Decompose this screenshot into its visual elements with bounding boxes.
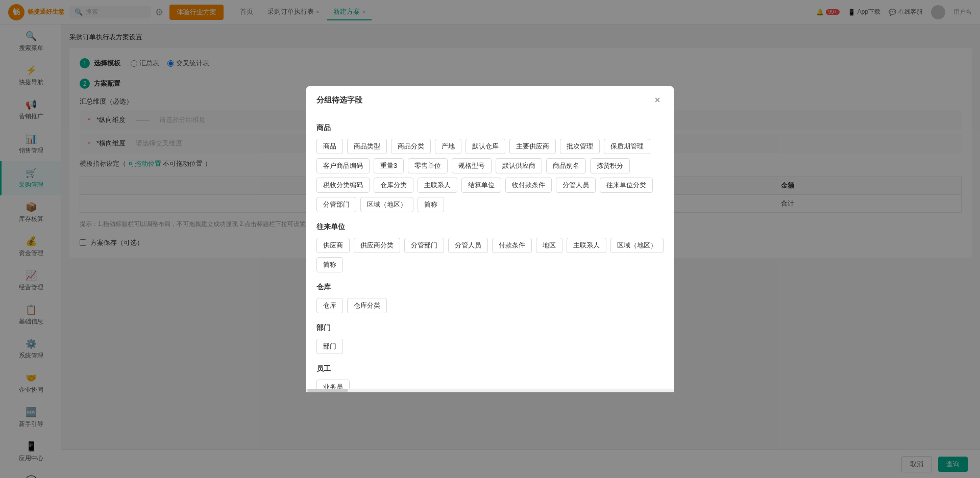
field-tag-settlement-unit[interactable]: 结算单位 [461,178,501,193]
field-tag-area[interactable]: 地区 [536,238,562,253]
field-tag-supplier[interactable]: 供应商 [316,238,350,253]
modal-body: 商品 商品 商品类型 商品分类 产地 默认仓库 主要供应商 批次管理 保质期管理… [306,115,674,389]
field-tag-main-contact[interactable]: 主联系人 [418,178,457,193]
field-tag-pick-points[interactable]: 拣货积分 [590,158,630,173]
field-tag-default-warehouse[interactable]: 默认仓库 [465,139,505,154]
field-tag-short-name2[interactable]: 简称 [316,257,343,272]
field-tag-region[interactable]: 区域（地区） [360,197,413,212]
field-tag-goods[interactable]: 商品 [316,139,343,154]
field-tag-supervise-dept[interactable]: 分管部门 [316,197,356,212]
field-tag-customer-code[interactable]: 客户商品编码 [316,158,370,173]
employee-field-tags: 业务员 [316,380,664,389]
goods-section: 商品 商品 商品类型 商品分类 产地 默认仓库 主要供应商 批次管理 保质期管理… [316,123,664,212]
field-tag-supplier-cat[interactable]: 供应商分类 [354,238,400,253]
field-tag-warehouse-cat[interactable]: 仓库分类 [374,178,413,193]
field-tag-goods-type[interactable]: 商品类型 [347,139,387,154]
warehouse-section-title: 仓库 [316,283,664,292]
field-tag-weight[interactable]: 重量3 [374,158,404,173]
field-tag-department[interactable]: 部门 [316,339,343,354]
department-section: 部门 部门 [316,323,664,354]
goods-section-title: 商品 [316,123,664,133]
employee-section: 员工 业务员 [316,364,664,389]
field-tag-tax-code[interactable]: 税收分类编码 [316,178,370,193]
modal-header: 分组待选字段 × [306,86,674,115]
field-tag-default-supplier[interactable]: 默认供应商 [496,158,542,173]
partner-section-title: 往来单位 [316,222,664,232]
field-tag-staff-mgmt[interactable]: 分管人员 [448,238,488,253]
modal-dialog: 分组待选字段 × 商品 商品 商品类型 商品分类 产地 默认仓库 主要供应商 批… [306,86,674,392]
field-tag-goods-alias[interactable]: 商品别名 [546,158,586,173]
modal-hscroll[interactable] [306,389,674,392]
field-tag-main-contact2[interactable]: 主联系人 [567,238,606,253]
field-tag-warehouse[interactable]: 仓库 [316,298,343,313]
field-tag-main-supplier[interactable]: 主要供应商 [509,139,556,154]
department-section-title: 部门 [316,323,664,333]
field-tag-retail-unit[interactable]: 零售单位 [408,158,448,173]
field-tag-warehouse-category[interactable]: 仓库分类 [347,298,387,313]
department-field-tags: 部门 [316,339,664,354]
modal-overlay[interactable]: 分组待选字段 × 商品 商品 商品类型 商品分类 产地 默认仓库 主要供应商 批… [0,0,980,478]
field-tag-shelf-life[interactable]: 保质期管理 [604,139,650,154]
employee-section-title: 员工 [316,364,664,373]
field-tag-region2[interactable]: 区域（地区） [610,238,664,253]
field-tag-batch-mgmt[interactable]: 批次管理 [560,139,600,154]
field-tag-goods-category[interactable]: 商品分类 [391,139,431,154]
modal-title: 分组待选字段 [316,95,362,105]
field-tag-supervisor[interactable]: 分管人员 [556,178,596,193]
field-tag-pay-terms[interactable]: 付款条件 [492,238,532,253]
field-tag-partner-cat[interactable]: 往来单位分类 [600,178,653,193]
goods-field-tags: 商品 商品类型 商品分类 产地 默认仓库 主要供应商 批次管理 保质期管理 客户… [316,139,664,212]
field-tag-short-name[interactable]: 简称 [418,197,444,212]
modal-close-button[interactable]: × [651,94,664,107]
partner-section: 往来单位 供应商 供应商分类 分管部门 分管人员 付款条件 地区 主联系人 区域… [316,222,664,272]
field-tag-dept-mgmt[interactable]: 分管部门 [404,238,444,253]
modal-hscroll-thumb [307,389,348,392]
field-tag-origin[interactable]: 产地 [435,139,461,154]
warehouse-section: 仓库 仓库 仓库分类 [316,283,664,313]
warehouse-field-tags: 仓库 仓库分类 [316,298,664,313]
partner-field-tags: 供应商 供应商分类 分管部门 分管人员 付款条件 地区 主联系人 区域（地区） … [316,238,664,272]
field-tag-spec[interactable]: 规格型号 [452,158,492,173]
field-tag-payment-terms[interactable]: 收付款条件 [505,178,552,193]
field-tag-sales-staff[interactable]: 业务员 [316,380,350,389]
